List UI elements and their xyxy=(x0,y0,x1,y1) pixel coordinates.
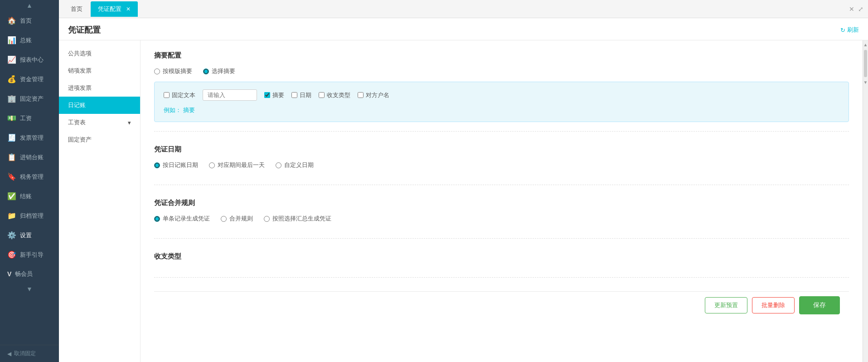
checkbox-counterparty[interactable]: 对方户名 xyxy=(358,91,389,99)
outer-scrollbar[interactable]: ▲ ▼ xyxy=(863,40,868,362)
update-preview-button[interactable]: 更新预置 xyxy=(705,297,747,313)
merge-radio-group: 单条记录生成凭证 合并规则 按照选择汇总生成凭证 xyxy=(154,215,849,223)
radio-journal-date[interactable]: 按日记账日期 xyxy=(154,161,198,169)
guide-icon: 🎯 xyxy=(7,250,16,259)
sidebar-item-invoice-mgmt[interactable]: 🧾 发票管理 xyxy=(0,128,59,147)
reports-icon: 📈 xyxy=(7,55,16,64)
radio-period-last-day-input[interactable] xyxy=(209,162,215,168)
checkbox-income-type[interactable]: 收支类型 xyxy=(319,91,350,99)
sidebar-item-vip[interactable]: V 畅会员 xyxy=(0,264,59,284)
tab-close-icon[interactable]: ✕ xyxy=(126,6,131,12)
archive-icon: 📁 xyxy=(7,211,16,220)
radio-custom-date[interactable]: 自定义日期 xyxy=(276,161,314,169)
scrollbar-up-arrow[interactable]: ▲ xyxy=(863,40,868,49)
invoice-mgmt-icon: 🧾 xyxy=(7,133,16,142)
content-area: 公共选项 销项发票 进项发票 日记账 工资表 ▾ 固定资产 摘要配置 xyxy=(59,40,868,362)
checkbox-date[interactable]: 日期 xyxy=(291,91,311,99)
left-nav-salary-sheet[interactable]: 工资表 ▾ xyxy=(59,114,140,131)
sidebar-item-label: 工资 xyxy=(20,114,32,122)
radio-single-record-input[interactable] xyxy=(154,216,160,222)
scrollbar-down-arrow[interactable]: ▼ xyxy=(863,78,868,87)
checkbox-summary-input[interactable] xyxy=(264,92,270,98)
main-area: 首页 凭证配置 ✕ ✕ ⤢ 凭证配置 ↻ 刷新 公共选项 销项发票 进 xyxy=(59,0,868,362)
summary-checkboxes-row: 固定文本 摘要 日期 收支类型 xyxy=(164,89,839,101)
radio-template-summary-input[interactable] xyxy=(154,68,160,74)
left-nav-public[interactable]: 公共选项 xyxy=(59,45,140,62)
sidebar-item-settlement[interactable]: ✅ 结账 xyxy=(0,186,59,206)
date-section-title: 凭证日期 xyxy=(154,145,849,154)
sidebar-item-label: 设置 xyxy=(20,231,32,240)
right-content: 摘要配置 按模版摘要 选择摘要 固定文本 xyxy=(141,40,863,362)
resize-window-icon[interactable]: ⤢ xyxy=(858,5,863,13)
sidebar-item-home[interactable]: 🏠 首页 xyxy=(0,11,59,30)
sidebar-item-label: 资金管理 xyxy=(20,75,44,83)
radio-batch-generate-input[interactable] xyxy=(264,216,270,222)
close-window-icon[interactable]: ✕ xyxy=(849,5,854,13)
checkbox-fixed-text[interactable]: 固定文本 xyxy=(164,91,195,99)
checkbox-date-input[interactable] xyxy=(291,92,297,98)
sidebar-item-label: 新手引导 xyxy=(20,251,44,259)
sidebar-item-tax[interactable]: 🔖 税务管理 xyxy=(0,167,59,186)
cancel-pin-label: 取消固定 xyxy=(14,350,36,357)
tax-icon: 🔖 xyxy=(7,172,16,181)
radio-journal-date-input[interactable] xyxy=(154,162,160,168)
left-nav-fixed-assets[interactable]: 固定资产 xyxy=(59,131,140,148)
sidebar-item-ledger[interactable]: 📊 总账 xyxy=(0,30,59,50)
refresh-button[interactable]: ↻ 刷新 xyxy=(840,26,859,34)
checkbox-counterparty-input[interactable] xyxy=(358,92,364,98)
batch-delete-button[interactable]: 批量删除 xyxy=(752,297,795,313)
sidebar-item-settings[interactable]: ⚙️ 设置 xyxy=(0,225,59,245)
sidebar-scroll-down[interactable]: ▼ xyxy=(0,284,59,294)
sales-ledger-icon: 📋 xyxy=(7,153,16,161)
date-section: 凭证日期 按日记账日期 对应期间最后一天 自定义日期 xyxy=(154,145,849,185)
radio-merge-rule[interactable]: 合并规则 xyxy=(221,215,253,223)
radio-merge-rule-input[interactable] xyxy=(221,216,227,222)
radio-single-record[interactable]: 单条记录生成凭证 xyxy=(154,215,210,223)
sidebar-item-label: 首页 xyxy=(20,17,32,25)
sidebar-item-label: 固定资产 xyxy=(20,95,44,103)
cancel-pin-button[interactable]: ◀ 取消固定 xyxy=(0,345,59,362)
summary-section: 摘要配置 按模版摘要 选择摘要 固定文本 xyxy=(154,51,849,132)
sidebar-item-assets[interactable]: 🏢 固定资产 xyxy=(0,89,59,108)
merge-section-title: 凭证合并规则 xyxy=(154,199,849,207)
sidebar-item-reports[interactable]: 📈 报表中心 xyxy=(0,50,59,69)
refresh-icon: ↻ xyxy=(840,27,845,34)
sidebar-item-archive[interactable]: 📁 归档管理 xyxy=(0,206,59,225)
sidebar-item-label: 归档管理 xyxy=(20,212,44,220)
salary-icon: 💵 xyxy=(7,114,16,122)
sidebar-item-guide[interactable]: 🎯 新手引导 xyxy=(0,245,59,264)
save-button[interactable]: 保存 xyxy=(799,296,840,314)
footer-bar: 更新预置 批量删除 保存 xyxy=(154,291,849,319)
sidebar-item-funds[interactable]: 💰 资金管理 xyxy=(0,69,59,89)
pin-icon: ◀ xyxy=(7,351,11,357)
checkbox-income-type-input[interactable] xyxy=(319,92,325,98)
summary-radio-group: 按模版摘要 选择摘要 xyxy=(154,67,849,75)
sidebar-item-sales-ledger[interactable]: 📋 进销台账 xyxy=(0,147,59,167)
refresh-label: 刷新 xyxy=(847,26,859,34)
sidebar-scroll-up[interactable]: ▲ xyxy=(0,0,59,11)
radio-template-summary[interactable]: 按模版摘要 xyxy=(154,67,192,75)
sidebar-item-salary[interactable]: 💵 工资 xyxy=(0,108,59,128)
sidebar-item-label: 税务管理 xyxy=(20,173,44,181)
left-nav-sales-invoice[interactable]: 销项发票 xyxy=(59,62,140,79)
radio-select-summary[interactable]: 选择摘要 xyxy=(203,67,235,75)
funds-icon: 💰 xyxy=(7,75,16,83)
radio-period-last-day[interactable]: 对应期间最后一天 xyxy=(209,161,265,169)
left-nav-purchase-invoice[interactable]: 进项发票 xyxy=(59,79,140,97)
income-section: 收支类型 xyxy=(154,252,849,278)
left-nav-journal[interactable]: 日记账 xyxy=(59,97,140,114)
date-radio-group: 按日记账日期 对应期间最后一天 自定义日期 xyxy=(154,161,849,169)
tab-voucher-config[interactable]: 凭证配置 ✕ xyxy=(91,1,138,17)
fixed-text-input[interactable] xyxy=(203,89,257,101)
radio-custom-date-input[interactable] xyxy=(276,162,281,168)
sidebar-item-label: 结账 xyxy=(20,192,32,201)
income-section-title: 收支类型 xyxy=(154,252,849,261)
radio-select-summary-input[interactable] xyxy=(203,68,209,74)
radio-batch-generate[interactable]: 按照选择汇总生成凭证 xyxy=(264,215,331,223)
settings-icon: ⚙️ xyxy=(7,231,16,240)
vip-icon: V xyxy=(7,270,11,278)
checkbox-fixed-text-input[interactable] xyxy=(164,92,170,98)
scrollbar-thumb[interactable] xyxy=(864,50,867,77)
checkbox-summary[interactable]: 摘要 xyxy=(264,91,284,99)
tab-home[interactable]: 首页 xyxy=(63,1,90,17)
